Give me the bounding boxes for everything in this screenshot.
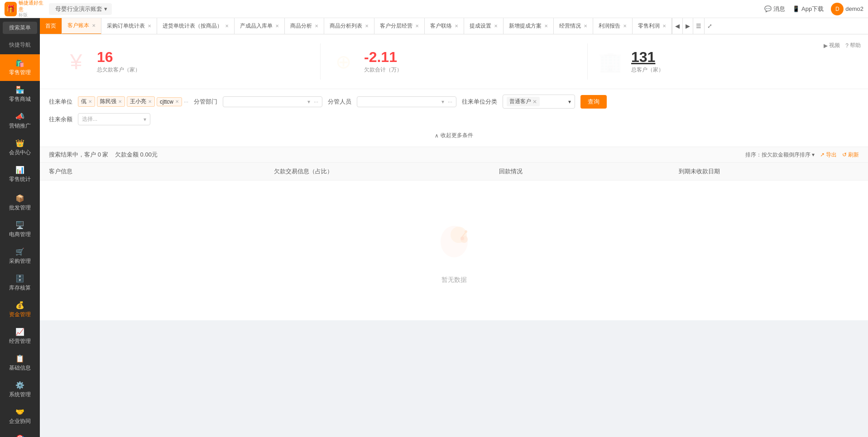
results-text: 搜索结果中，客户 0 家 欠款金额 0.00元 <box>49 151 158 159</box>
filter-tag-3: cjttcw ✕ <box>157 97 182 106</box>
basic-info-icon: 📋 <box>15 354 24 363</box>
sort-btn[interactable]: 排序：按欠款金额倒序排序 ▾ <box>745 151 815 159</box>
col-header-customer: 客户信息 <box>49 167 274 176</box>
tab-home[interactable]: 首页 <box>40 18 62 34</box>
collapse-btn[interactable]: ∧ 收起更多条件 <box>429 130 479 141</box>
export-btn[interactable]: ↗ 导出 <box>820 151 837 159</box>
search-menu-btn[interactable]: 搜索菜单 <box>3 22 37 34</box>
tab-goods-analysis[interactable]: 商品分析 ✕ <box>285 18 324 34</box>
tab-purchase-order[interactable]: 采购订单统计表 ✕ <box>101 18 157 34</box>
user-avatar-btn[interactable]: D demo2 <box>831 3 863 15</box>
filter-tag-2: 王小亮 ✕ <box>127 96 155 107</box>
tab-close-profit-report[interactable]: ✕ <box>623 24 627 28</box>
messages-btn[interactable]: 💬 消息 <box>764 5 785 13</box>
sort-icon: ▾ <box>812 152 815 158</box>
sidebar-item-member[interactable]: 👑 会员中心 <box>0 134 40 161</box>
sidebar-item-finance[interactable]: 💰 资金管理 <box>0 296 40 323</box>
tab-close-customer-contact[interactable]: ✕ <box>455 24 458 28</box>
tab-customer-account[interactable]: 客户账本 ✕ <box>62 18 101 34</box>
sidebar-item-new-guide[interactable]: 🎯 新手引导 <box>0 430 40 437</box>
tab-close-stock-in-stats[interactable]: ✕ <box>225 24 229 28</box>
tab-close-goods-analysis[interactable]: ✕ <box>315 24 318 28</box>
tab-close-new-tips[interactable]: ✕ <box>544 24 548 28</box>
tab-nav-next[interactable]: ▶ <box>682 18 693 34</box>
sidebar-item-enterprise-coop[interactable]: 🤝 企业协同 <box>0 403 40 430</box>
filter-tag-1-close[interactable]: ✕ <box>118 99 122 104</box>
stat-value-3: 131 <box>631 50 664 64</box>
filter-tag-2-close[interactable]: ✕ <box>148 99 152 104</box>
quick-nav-btn[interactable]: 快捷导航 <box>0 38 40 52</box>
person-dropdown-more: ··· <box>448 99 452 105</box>
sidebar-item-wholesale[interactable]: 📦 批发管理 <box>0 190 40 216</box>
export-icon: ↗ <box>820 152 825 158</box>
filter-more-btn[interactable]: ··· <box>184 99 188 105</box>
sidebar-item-retail[interactable]: 🛍️ 零售管理 <box>0 54 40 81</box>
person-dropdown-arrow: ▾ <box>441 99 444 105</box>
stat-label-1: 总欠款客户（家） <box>97 66 140 74</box>
tab-customer-contact[interactable]: 客户联络 ✕ <box>425 18 464 34</box>
dept-label: 分管部门 <box>194 98 217 106</box>
tab-goods-analysis-list[interactable]: 商品分析列表 ✕ <box>324 18 374 34</box>
results-actions: 排序：按欠款金额倒序排序 ▾ ↗ 导出 ↺ 刷新 <box>745 151 859 159</box>
tab-close-tips-settings[interactable]: ✕ <box>494 24 498 28</box>
tab-close-cost-in[interactable]: ✕ <box>275 24 279 28</box>
sidebar-item-system[interactable]: ⚙️ 系统管理 <box>0 376 40 403</box>
sidebar-item-operations[interactable]: 📈 经营管理 <box>0 323 40 350</box>
tab-nav-menu[interactable]: ☰ <box>693 18 704 34</box>
business-unit-label: 往来单位 <box>49 98 72 106</box>
account-dropdown[interactable]: 母婴行业演示账套 ▾ <box>49 3 112 15</box>
col-header-payment: 回款情况 <box>499 167 679 176</box>
sidebar-item-purchase[interactable]: 🛒 采购管理 <box>0 243 40 270</box>
tab-customer-tier[interactable]: 客户分层经营 ✕ <box>374 18 425 34</box>
app-download-btn[interactable]: 📱 App下载 <box>792 5 824 13</box>
tab-close-goods-analysis-list[interactable]: ✕ <box>365 24 369 28</box>
tab-close-purchase-order[interactable]: ✕ <box>148 24 151 28</box>
tab-close-customer-account[interactable]: ✕ <box>92 23 96 28</box>
tab-close-operation[interactable]: ✕ <box>584 24 587 28</box>
tab-close-retail-profit[interactable]: ✕ <box>662 24 666 28</box>
sidebar-item-marketing[interactable]: 📣 营销推广 <box>0 108 40 134</box>
tab-close-customer-tier[interactable]: ✕ <box>415 24 419 28</box>
col-header-date: 到期未收款日期 <box>679 167 859 176</box>
query-btn[interactable]: 查询 <box>580 95 607 109</box>
sidebar-item-basic-info[interactable]: 📋 基础信息 <box>0 350 40 376</box>
tab-operation[interactable]: 经营情况 ✕ <box>554 18 593 34</box>
tab-profit-report[interactable]: 利润报告 ✕ <box>593 18 633 34</box>
tab-nav-prev[interactable]: ◀ <box>672 18 682 34</box>
filter-tag-0-close[interactable]: ✕ <box>88 99 92 104</box>
svg-point-3 <box>460 237 464 240</box>
wholesale-icon: 📦 <box>15 194 24 203</box>
dept-dropdown[interactable]: ▾ ··· <box>223 96 322 107</box>
filter-tag-3-close[interactable]: ✕ <box>175 99 179 104</box>
stat-value-2: -2.11 <box>364 50 402 64</box>
help-btn[interactable]: ? 帮助 <box>845 42 861 49</box>
message-icon: 💬 <box>764 5 772 12</box>
person-dropdown[interactable]: ▾ ··· <box>357 96 456 107</box>
refresh-btn[interactable]: ↺ 刷新 <box>842 151 859 159</box>
unit-category-select[interactable]: 普通客户 ✕ ▾ <box>503 95 575 109</box>
download-icon: 📱 <box>792 5 800 12</box>
stats-row: ▶ 视频 ? 帮助 ¥ 16 <box>40 34 868 89</box>
collapse-row: ∧ 收起更多条件 <box>49 130 859 141</box>
sidebar-item-retail-stats[interactable]: 📊 零售统计 <box>0 161 40 188</box>
tab-retail-profit[interactable]: 零售利润 ✕ <box>633 18 672 34</box>
stats-top-right: ▶ 视频 ? 帮助 <box>824 42 861 49</box>
video-help-btn[interactable]: ▶ 视频 <box>824 42 840 49</box>
sidebar-item-ecommerce[interactable]: 🖥️ 电商管理 <box>0 216 40 243</box>
tab-cost-in[interactable]: 产成品入库单 ✕ <box>235 18 285 34</box>
table-wrapper: 客户信息 欠款交易信息（占比） 回款情况 到期未收款日期 <box>40 163 868 320</box>
filter-tag-0: 佤 ✕ <box>78 96 95 107</box>
tab-nav-expand[interactable]: ⤢ <box>704 18 715 34</box>
unit-category-tag-close[interactable]: ✕ <box>532 99 537 105</box>
stat-card-2: ⊕ -2.11 欠款合计（万） <box>321 43 588 80</box>
avatar: D <box>831 3 844 15</box>
balance-label: 往来余额 <box>49 115 72 124</box>
balance-dropdown[interactable]: 选择... ▾ <box>78 113 150 125</box>
sidebar-item-inventory[interactable]: 🗄️ 库存核算 <box>0 270 40 296</box>
video-icon: ▶ <box>824 43 828 49</box>
tab-stock-in-stats[interactable]: 进货单统计表（按商品） ✕ <box>157 18 235 34</box>
tab-new-tips[interactable]: 新增提成方案 ✕ <box>504 18 554 34</box>
filter-tags-container: 佤 ✕ 陈民强 ✕ 王小亮 ✕ <box>78 96 188 107</box>
sidebar-item-retail-shop[interactable]: 🏪 零售商城 <box>0 81 40 108</box>
tab-tips-settings[interactable]: 提成设置 ✕ <box>464 18 504 34</box>
